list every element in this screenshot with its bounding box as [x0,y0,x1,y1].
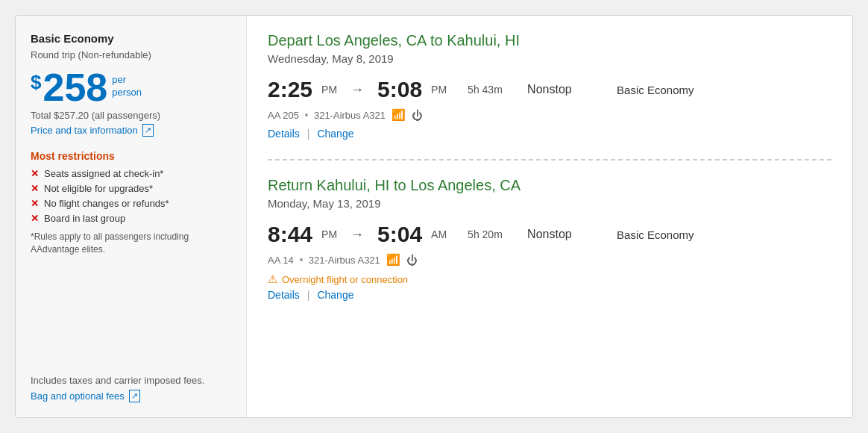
main-card: Basic Economy Round trip (Non-refundable… [15,15,853,418]
overnight-row: ⚠ Overnight flight or connection [268,272,831,286]
restrictions-note: *Rules apply to all passengers including… [31,231,231,256]
pipe-separator-2: | [307,289,310,301]
depart-aircraft: 321-Airbus A321 [314,110,386,121]
return-arrive-time: 5:04 [377,222,422,247]
restriction-item-4: ✕ Board in last group [31,213,231,224]
restriction-text-4: Board in last group [44,213,125,224]
restriction-text-3: No flight changes or refunds* [44,198,169,209]
dot-separator [305,113,308,116]
power-icon: ⏻ [412,109,423,122]
depart-duration: 5h 43m [468,84,520,96]
depart-details-link[interactable]: Details [268,128,300,140]
restriction-text-2: Not eligible for upgrades* [44,183,153,194]
external-link-icon: ↗ [142,124,154,137]
return-date: Monday, May 13, 2019 [268,197,831,210]
restrictions-title: Most restrictions [31,150,231,162]
return-depart-time: 8:44 [268,222,312,247]
depart-arrive-ampm: PM [431,84,447,96]
left-bottom: Includes taxes and carrier imposed fees.… [31,375,231,402]
bag-optional-fees-link[interactable]: Bag and optional fees ↗ [31,390,140,402]
price-amount: 258 [43,68,107,107]
return-stop: Nonstop [527,228,587,241]
restriction-x-icon: ✕ [31,198,40,209]
depart-ampm: PM [321,84,337,96]
price-per-person: perperson [112,74,142,99]
arrow-icon: → [350,82,364,98]
wifi-icon-2: 📶 [386,253,400,267]
warning-icon: ⚠ [268,272,277,286]
return-cabin-class: Basic Economy [617,228,694,241]
restriction-text-1: Seats assigned at check-in* [44,168,163,179]
pipe-separator: | [307,128,310,140]
return-times-row: 8:44 PM → 5:04 AM 5h 20m Nonstop Basic E… [268,222,831,247]
depart-stop: Nonstop [527,83,587,96]
depart-date: Wednesday, May 8, 2019 [268,52,831,65]
restriction-x-icon: ✕ [31,183,40,194]
return-aircraft: 321-Airbus A321 [309,255,380,266]
return-arrive-ampm: AM [431,228,447,240]
dot-separator-2 [300,258,303,261]
includes-text: Includes taxes and carrier imposed fees. [31,375,231,386]
return-links-row: Details | Change [268,289,831,301]
depart-direction: Depart Los Angeles, CA to Kahului, HI [268,32,831,49]
depart-flight-number: AA 205 [268,110,299,121]
restriction-x-icon: ✕ [31,213,40,224]
restriction-x-icon: ✕ [31,168,40,179]
return-change-link[interactable]: Change [317,289,353,301]
external-link-icon-2: ↗ [129,390,140,402]
return-flight-number: AA 14 [268,255,294,266]
return-info-row: AA 14 321-Airbus A321 📶 ⏻ [268,253,831,267]
restriction-item-1: ✕ Seats assigned at check-in* [31,168,231,179]
price-dollar-sign: $ [31,72,41,92]
depart-arrive-time: 5:08 [377,77,422,102]
trip-type-label: Round trip (Non-refundable) [31,49,231,60]
cabin-type-label: Basic Economy [31,32,231,45]
return-section: Return Kahului, HI to Los Angeles, CA Mo… [268,159,831,320]
return-duration: 5h 20m [468,228,520,240]
arrow-icon-2: → [350,227,364,243]
depart-time: 2:25 [268,77,312,102]
depart-info-row: AA 205 321-Airbus A321 📶 ⏻ [268,108,831,122]
depart-cabin-class: Basic Economy [617,84,694,96]
restriction-item-2: ✕ Not eligible for upgrades* [31,183,231,194]
total-price: Total $257.20 (all passengers) [31,110,231,121]
depart-section: Depart Los Angeles, CA to Kahului, HI We… [268,32,831,159]
restriction-item-3: ✕ No flight changes or refunds* [31,198,231,209]
power-icon-2: ⏻ [406,254,418,267]
return-depart-ampm: PM [321,228,337,240]
left-panel: Basic Economy Round trip (Non-refundable… [16,16,247,417]
price-tax-link[interactable]: Price and tax information ↗ [31,124,231,137]
depart-times-row: 2:25 PM → 5:08 PM 5h 43m Nonstop Basic E… [268,77,831,102]
depart-links-row: Details | Change [268,128,831,140]
wifi-icon: 📶 [391,108,406,122]
return-details-link[interactable]: Details [268,289,300,301]
depart-change-link[interactable]: Change [317,128,353,140]
right-panel: Depart Los Angeles, CA to Kahului, HI We… [247,16,852,417]
return-direction: Return Kahului, HI to Los Angeles, CA [268,177,831,194]
overnight-text: Overnight flight or connection [282,274,408,285]
price-row: $ 258 perperson [31,68,231,107]
